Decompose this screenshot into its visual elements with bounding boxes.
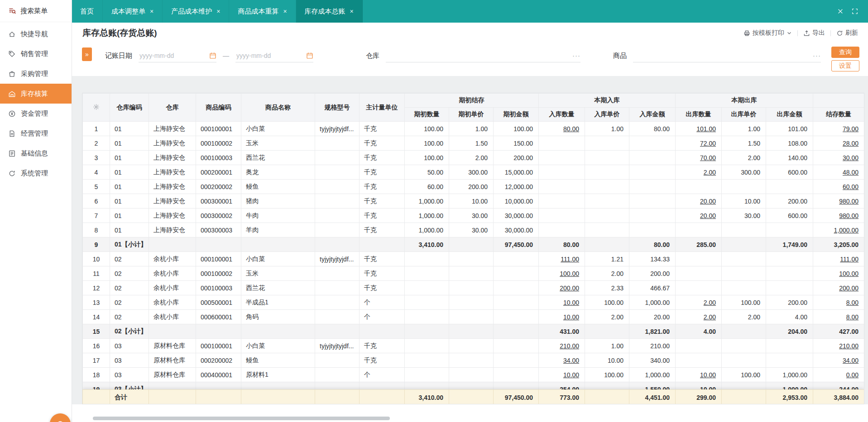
more-icon[interactable]: ··· <box>570 52 580 59</box>
tab-close-icon[interactable]: × <box>216 8 220 14</box>
drilldown-link[interactable]: 980.00 <box>839 198 858 205</box>
drilldown-link[interactable]: 200.00 <box>560 284 579 292</box>
tab-inventory-ledger[interactable]: 库存成本总账× <box>296 0 363 23</box>
col-header-warehouse-code[interactable]: 仓库编码 <box>110 94 149 122</box>
col-header-begin-amount[interactable]: 期初金额 <box>494 108 539 122</box>
drilldown-link[interactable]: 1,000.00 <box>834 227 859 234</box>
table-row[interactable]: 1603原材料仓库000100001小白菜tyjyjtyjtyjdf...千克2… <box>83 339 864 353</box>
drilldown-link[interactable]: 60.00 <box>843 183 858 190</box>
drilldown-link[interactable]: 980.00 <box>839 212 858 219</box>
print-template-button[interactable]: 按模板打印 <box>743 29 792 37</box>
sidebar-item-purchase[interactable]: 采购管理 <box>0 64 72 84</box>
sidebar-item-base-info[interactable]: 基础信息 <box>0 143 72 163</box>
drilldown-link[interactable]: 2.00 <box>704 299 716 306</box>
table-row[interactable]: 301上海静安仓000100003西兰花千克100.002.00200.0070… <box>83 151 864 165</box>
drilldown-link[interactable]: 30.00 <box>843 154 858 161</box>
drilldown-link[interactable]: 20.00 <box>700 198 716 205</box>
tab-cost-adjustment[interactable]: 成本调整单× <box>103 0 163 23</box>
refresh-button[interactable]: 刷新 <box>836 29 858 37</box>
query-button[interactable]: 查询 <box>831 47 859 58</box>
drilldown-link[interactable]: 10.00 <box>563 371 579 379</box>
drilldown-link[interactable]: 10.00 <box>700 371 716 379</box>
table-row[interactable]: 1302余杭小库000500001半成品1个10.00100.001,000.0… <box>83 295 864 310</box>
warehouse-field[interactable] <box>386 52 570 60</box>
col-header-begin-price[interactable]: 期初单价 <box>449 108 494 122</box>
drilldown-link[interactable]: 100.00 <box>560 270 579 277</box>
date-from-field[interactable] <box>139 52 209 60</box>
table-row[interactable]: 1002余杭小库000100001小白菜tyjyjtyjtyjdf...千克11… <box>83 252 864 266</box>
drilldown-link[interactable]: 10.00 <box>563 299 579 306</box>
table-row[interactable]: 601上海静安仓000300001猪肉千克1,000.0010.0010,000… <box>83 194 864 209</box>
calendar-icon[interactable] <box>209 52 216 59</box>
drilldown-link[interactable]: 48.00 <box>843 169 858 176</box>
drilldown-link[interactable]: 80.00 <box>563 125 579 133</box>
col-header-in-amount[interactable]: 入库金额 <box>629 108 676 122</box>
col-header-out-price[interactable]: 出库单价 <box>722 108 766 122</box>
col-header-warehouse[interactable]: 仓库 <box>149 94 196 122</box>
calendar-icon[interactable] <box>306 52 313 59</box>
col-header-balance-qty[interactable]: 结存数量 <box>813 108 864 122</box>
sidebar-search[interactable]: 搜索菜单 <box>0 0 72 22</box>
date-from-input[interactable] <box>139 49 216 62</box>
col-header-in-qty[interactable]: 入库数量 <box>539 108 585 122</box>
close-all-tabs-button[interactable] <box>837 8 844 14</box>
tab-close-icon[interactable]: × <box>150 8 153 14</box>
tab-cost-recalc[interactable]: 商品成本重算× <box>229 0 296 23</box>
drilldown-link[interactable]: 10.00 <box>563 313 579 321</box>
drilldown-link[interactable]: 200.00 <box>839 284 858 292</box>
product-input[interactable]: ··· <box>633 49 821 62</box>
expand-filters-button[interactable]: » <box>82 47 92 61</box>
col-header-unit[interactable]: 主计量单位 <box>360 94 405 122</box>
table-row[interactable]: 101上海静安仓000100001小白菜tyjyjtyjtyjdf...千克10… <box>83 122 864 136</box>
drilldown-link[interactable]: 8.00 <box>846 313 858 321</box>
drilldown-link[interactable]: 20.00 <box>700 212 716 219</box>
table-row[interactable]: 1803原材料仓库000400001原材料1个10.00100.001,000.… <box>83 368 864 382</box>
tab-home[interactable]: 首页 <box>72 0 103 23</box>
sidebar-item-system[interactable]: 系统管理 <box>0 163 72 183</box>
col-header-product-name[interactable]: 商品名称 <box>241 94 315 122</box>
table-row[interactable]: 1102余杭小库000100002玉米千克100.002.00200.00100… <box>83 266 864 281</box>
col-header-in-price[interactable]: 入库单价 <box>585 108 629 122</box>
warehouse-input[interactable]: ··· <box>386 49 580 62</box>
drilldown-link[interactable]: 34.00 <box>563 357 579 364</box>
drilldown-link[interactable]: 111.00 <box>561 256 579 263</box>
table-row[interactable]: 1703原材料仓库000200002鳗鱼千克34.0010.00340.0034… <box>83 353 864 368</box>
drilldown-link[interactable]: 101.00 <box>696 125 716 133</box>
sidebar-item-funds[interactable]: 资金管理 <box>0 104 72 123</box>
drilldown-link[interactable]: 34.00 <box>843 357 858 364</box>
sidebar-item-sales[interactable]: 销售管理 <box>0 44 72 64</box>
col-header-begin-qty[interactable]: 期初数量 <box>405 108 449 122</box>
settings-button[interactable]: 设置 <box>831 60 859 71</box>
table-row[interactable]: 501上海静安仓000200002鳗鱼千克60.00200.0012,000.0… <box>83 180 864 194</box>
col-header-product-code[interactable]: 商品编码 <box>196 94 241 122</box>
horizontal-scrollbar[interactable] <box>93 417 390 420</box>
col-header-out-qty[interactable]: 出库数量 <box>676 108 722 122</box>
subtotal-row[interactable]: 1502【小计】431.001,821.004.00204.00427.00 <box>83 324 864 339</box>
table-row[interactable]: 1402余杭小库000600001角码个10.002.0020.002.002.… <box>83 310 864 324</box>
sidebar-item-quick-nav[interactable]: 快捷导航 <box>0 24 72 44</box>
product-field[interactable] <box>633 52 810 60</box>
column-settings-header[interactable] <box>83 94 110 122</box>
drilldown-link[interactable]: 2.00 <box>704 169 716 176</box>
sidebar-item-inventory[interactable]: 库存核算 <box>0 84 72 104</box>
table-row[interactable]: 701上海静安仓000300002牛肉千克1,000.0030.0030,000… <box>83 209 864 223</box>
drilldown-link[interactable]: 8.00 <box>846 299 858 306</box>
date-to-field[interactable] <box>235 52 306 60</box>
col-header-out-amount[interactable]: 出库金额 <box>766 108 813 122</box>
drilldown-link[interactable]: 2.00 <box>704 313 716 321</box>
tab-product-cost-maint[interactable]: 产品成本维护× <box>163 0 229 23</box>
table-row[interactable]: 401上海静安仓000200001奥龙千克50.00300.0015,000.0… <box>83 165 864 180</box>
drilldown-link[interactable]: 79.00 <box>843 125 858 133</box>
date-to-input[interactable] <box>235 49 313 62</box>
drilldown-link[interactable]: 111.00 <box>840 256 858 263</box>
more-icon[interactable]: ··· <box>810 52 821 59</box>
col-header-spec[interactable]: 规格型号 <box>315 94 360 122</box>
tab-close-icon[interactable]: × <box>350 8 354 14</box>
drilldown-link[interactable]: 100.00 <box>839 270 858 277</box>
drilldown-link[interactable]: 72.00 <box>700 140 716 147</box>
export-button[interactable]: 导出 <box>803 29 825 37</box>
drilldown-link[interactable]: 0.00 <box>846 371 858 379</box>
table-row[interactable]: 201上海静安仓000100002玉米千克100.001.50150.0072.… <box>83 136 864 151</box>
table-row[interactable]: 1202余杭小库000100003西兰花千克200.002.33466.6720… <box>83 281 864 295</box>
table-row[interactable]: 801上海静安仓000300003羊肉千克1,000.0030.0030,000… <box>83 223 864 237</box>
